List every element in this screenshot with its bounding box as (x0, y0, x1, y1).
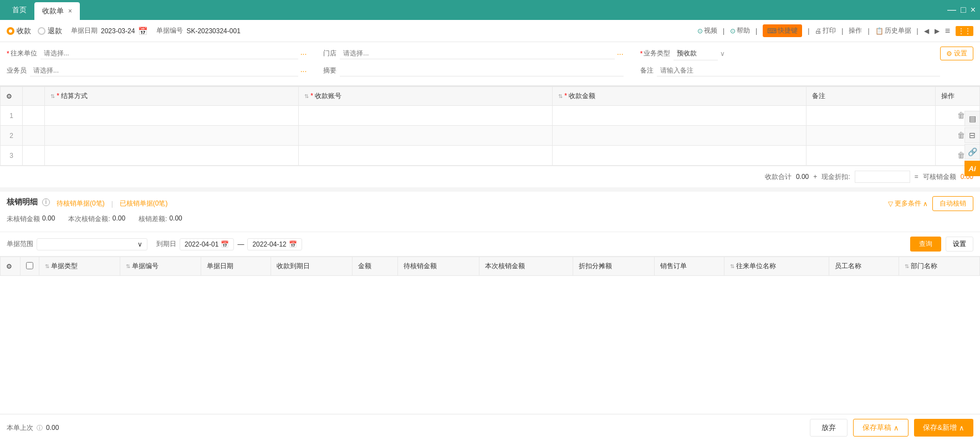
row-num-cell-2: 2 (1, 126, 23, 146)
counterpart-ellipsis-icon[interactable]: ··· (300, 49, 307, 58)
dept-label-th: 部门名称 (911, 262, 937, 270)
table-row: 3 🗑 ⧉ (1, 146, 980, 166)
detail-settings-gear-icon[interactable]: ⚙ (6, 263, 12, 270)
tab-done[interactable]: 已核销单据(0笔) (120, 199, 168, 208)
sidebar-icon-list[interactable]: ⊟ (964, 127, 980, 143)
settlement-label: 结算方式 (61, 92, 88, 100)
toolbar-right: ⊙ 视频 | ⊙ 帮助 | ⌨ 快捷键 | 🖨 打印 | 操作 | (697, 24, 973, 37)
tab-pending[interactable]: 待核销单据(0笔) (57, 199, 105, 208)
remark-input[interactable] (657, 65, 940, 76)
close-icon[interactable]: × (971, 5, 976, 15)
sidebar-icon-link[interactable]: 🔗 (964, 144, 980, 160)
restore-icon[interactable]: □ (961, 5, 966, 15)
tab-active-label: 收款单 (42, 6, 64, 16)
help-btn[interactable]: ⊙ 帮助 (730, 26, 750, 35)
discount-input[interactable] (855, 171, 910, 183)
row-account-2[interactable] (298, 126, 552, 146)
more-conditions-btn[interactable]: ▽ 更多条件 ∧ (888, 199, 928, 208)
radio-payment[interactable]: 收款 (7, 26, 31, 36)
save-new-button[interactable]: 保存&新增 ∧ (914, 419, 973, 437)
row-account-3[interactable] (298, 146, 552, 166)
delete-icon-3[interactable]: 🗑 (957, 151, 965, 160)
detail-col-settings[interactable]: ⚙ (1, 257, 21, 276)
col-settings-header[interactable]: ⚙ (1, 87, 23, 106)
row-remark-1[interactable] (806, 106, 935, 126)
salesperson-ellipsis-icon[interactable]: ··· (300, 66, 307, 75)
operations-btn[interactable]: 操作 (849, 26, 862, 35)
date-to[interactable]: 2022-04-12 📅 (247, 238, 302, 250)
row-settlement-2[interactable] (45, 126, 299, 146)
sort-icon-counterpart: ⇅ (730, 263, 734, 269)
row-settlement-3[interactable] (45, 146, 299, 166)
radio-payment-label: 收款 (17, 26, 31, 36)
business-type-label: 业务类型 (644, 49, 670, 58)
table-row: 2 🗑 ⧉ (1, 126, 980, 146)
minimize-icon[interactable]: — (947, 5, 956, 15)
abandon-button[interactable]: 放弃 (810, 419, 848, 437)
col-remark-header: 备注 (806, 87, 935, 106)
print-btn[interactable]: 🖨 打印 (815, 26, 836, 35)
divider4: | (841, 27, 843, 35)
row-amount-2[interactable] (552, 126, 806, 146)
hexiao-title: 核销明细 i (7, 197, 50, 207)
bottom-label: 本单上次 (7, 423, 33, 433)
doc-no-value[interactable]: SK-20230324-001 (186, 27, 240, 35)
tab-active[interactable]: 收款单 × (34, 2, 80, 20)
row-amount-1[interactable] (552, 106, 806, 126)
sort-icon-no: ⇅ (126, 263, 130, 269)
history-btn[interactable]: 📋 历史单据 (875, 26, 911, 35)
sidebar-icon-ai[interactable]: Ai (964, 161, 980, 176)
auto-hexiao-btn[interactable]: 自动核销 (932, 196, 973, 211)
plus-sign: + (813, 173, 817, 181)
view-list-icon[interactable]: ≡ (945, 26, 950, 36)
video-btn[interactable]: ⊙ 视频 (697, 26, 717, 35)
filter-setting-button[interactable]: 设置 (946, 237, 973, 252)
next-icon[interactable]: ▶ (935, 27, 940, 35)
summary-input[interactable] (340, 65, 623, 76)
business-type-caret-icon[interactable]: ∨ (720, 50, 725, 58)
shortcut-btn[interactable]: ⌨ 快捷键 (763, 24, 802, 37)
salesperson-input[interactable] (30, 65, 298, 76)
store-ellipsis-icon[interactable]: ··· (617, 49, 624, 58)
settings-button[interactable]: ⚙ 设置 (940, 47, 973, 60)
prev-icon[interactable]: ◀ (924, 27, 929, 35)
bottom-right: 放弃 保存草稿 ∧ 保存&新增 ∧ (810, 419, 973, 437)
date-from-icon[interactable]: 📅 (221, 240, 229, 248)
settings-gear-icon[interactable]: ⚙ (6, 93, 12, 100)
store-input[interactable] (340, 48, 615, 59)
date-from[interactable]: 2022-04-01 📅 (180, 238, 234, 250)
view-grid-icon[interactable]: ⋮⋮ (956, 26, 973, 36)
business-type-value[interactable]: 预收款 (673, 47, 718, 60)
sidebar-icon-table[interactable]: ▤ (964, 111, 980, 126)
tab-close-icon[interactable]: × (68, 7, 72, 15)
date-to-icon[interactable]: 📅 (289, 240, 297, 248)
tab-bar: 首页 收款单 × — □ × (0, 0, 980, 20)
history-icon: 📋 (875, 27, 884, 35)
help-label: 帮助 (737, 26, 750, 35)
delete-icon-1[interactable]: 🗑 (957, 111, 965, 120)
date-range: 2022-04-01 📅 — 2022-04-12 📅 (180, 238, 302, 250)
bottom-value: 0.00 (46, 424, 59, 432)
save-draft-button[interactable]: 保存草稿 ∧ (853, 419, 908, 437)
tab-home[interactable]: 首页 (4, 0, 34, 20)
radio-refund[interactable]: 退款 (38, 26, 62, 36)
range-select[interactable]: ∨ (37, 238, 147, 250)
hexiao-info-icon[interactable]: i (42, 198, 50, 206)
bottom-info-icon[interactable]: ⓘ (37, 424, 43, 432)
row-remark-2[interactable] (806, 126, 935, 146)
counterpart-input[interactable] (40, 48, 298, 59)
divider2: | (756, 27, 757, 35)
row-remark-3[interactable] (806, 146, 935, 166)
calendar-icon[interactable]: 📅 (138, 27, 147, 35)
row-num-cell-1: 1 (1, 106, 23, 126)
hexiao-header: 核销明细 i 待核销单据(0笔) | 已核销单据(0笔) ▽ 更多条件 ∧ (0, 192, 980, 232)
query-button[interactable]: 查询 (910, 237, 941, 252)
row-amount-3[interactable] (552, 146, 806, 166)
row-account-1[interactable] (298, 106, 552, 126)
detail-select-all-checkbox[interactable] (26, 262, 33, 269)
current-label-th: 本次核销金额 (485, 262, 525, 270)
row-settlement-1[interactable] (45, 106, 299, 126)
date-value[interactable]: 2023-03-24 (101, 27, 135, 35)
delete-icon-2[interactable]: 🗑 (957, 131, 965, 140)
date-from-text: 2022-04-01 (185, 240, 218, 248)
